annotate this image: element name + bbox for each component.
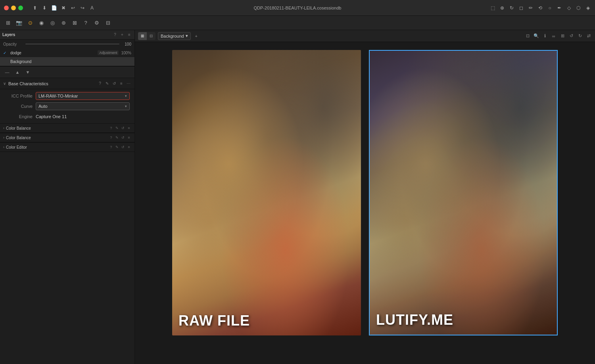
add-view-button[interactable]: + [193,33,200,39]
base-characteristics-panel: ∨ Base Characteristics ? ✎ ↺ ≡ ⋯ ICC Pro… [0,78,134,123]
raw-photo [172,50,361,335]
background-select[interactable]: Background ▾ [158,32,191,40]
batch-icon[interactable]: ⊠ [70,18,79,28]
tool-gradient-icon[interactable]: ◈ [585,5,591,11]
color-icon[interactable]: ◎ [48,18,57,28]
opacity-slider[interactable] [25,44,119,44]
titlebar-right-tools: ⬚ ⊕ ↻ ◻ ✏ ⟲ ○ ✒ ◇ ⬡ ◈ [489,5,591,11]
ce-help-icon[interactable]: ? [109,145,113,149]
tool-brush-icon[interactable]: ✏ [528,5,534,11]
copy-icon[interactable]: ⊞ [559,33,566,39]
minimize-button[interactable] [11,6,16,10]
redo-icon[interactable]: ↪ [79,5,86,11]
ce-list-icon[interactable]: ≡ [127,145,131,149]
adjust-icon[interactable]: ⊙ [25,18,35,28]
layers-header-icons: ? + ≡ [112,33,132,37]
cb2-edit-icon[interactable]: ✎ [115,136,119,140]
mask-icon[interactable]: — [3,68,11,76]
down-icon[interactable]: ▼ [24,68,32,76]
maximize-button[interactable] [18,6,23,10]
tool-stamp-icon[interactable]: ⬡ [575,5,582,11]
ce-edit-icon[interactable]: ✎ [115,145,119,149]
export-icon[interactable]: ⬆ [32,5,38,11]
cb2-list-icon[interactable]: ≡ [127,136,131,140]
fit-icon[interactable]: ⊡ [524,33,531,39]
up-icon[interactable]: ▲ [13,68,21,76]
rotate-left-icon[interactable]: ↺ [568,33,574,39]
help-icon[interactable]: ? [81,18,90,28]
text-icon[interactable]: A [89,5,95,11]
main-layout: Layers ? + ≡ Opacity 100 ✓ dodge Adjustm… [0,30,595,364]
tool-circle-icon[interactable]: ○ [547,5,553,11]
icc-profile-row: ICC Profile LM-RAW-TO-Minkar ▾ [0,91,134,101]
raw-image-label: RAW FILE [178,312,250,329]
traffic-lights [4,6,23,10]
bc-reset-icon[interactable]: ↺ [111,81,117,86]
color-balance-2-header[interactable]: › Color Balance ? ✎ ↺ ≡ [0,133,134,142]
tool-pen-icon[interactable]: ✒ [556,5,562,11]
view-grid-button[interactable]: ⊞ [138,32,147,40]
settings-icon[interactable]: ⚙ [92,18,102,28]
cb1-arrow: › [3,126,4,130]
bc-list-icon[interactable]: ≡ [119,81,124,86]
bc-help-icon[interactable]: ? [97,81,103,86]
rotate-right-icon[interactable]: ↻ [577,33,583,39]
loop-icon[interactable]: ∞ [551,33,557,39]
cb2-reset-icon[interactable]: ↺ [121,136,125,140]
cb1-edit-icon[interactable]: ✎ [115,126,119,130]
bc-more-icon[interactable]: ⋯ [126,81,131,86]
view-single-button[interactable]: ⊟ [147,32,155,40]
layer-dodge-name: dodge [10,51,95,55]
opacity-row: Opacity 100 [0,40,134,48]
bc-edit-icon[interactable]: ✎ [104,81,110,86]
zoom-icon[interactable]: 🔍 [533,33,539,39]
cb1-help-icon[interactable]: ? [109,126,113,130]
close-button[interactable] [4,6,9,10]
panel-collapse-icon: ∨ [3,81,6,86]
curve-select-arrow: ▾ [125,104,127,108]
layer-check-icon: ✓ [3,51,8,55]
layers-title: Layers [2,33,15,37]
titlebar: ⬆ ⬇ 📄 ✖ ↩ ↪ A QDP-20180211-BEAUTY-LEILA.… [0,0,595,16]
capture-icon[interactable]: 📷 [14,18,24,28]
import-icon[interactable]: ⬇ [41,5,48,11]
curve-select[interactable]: Auto ▾ [36,102,130,110]
ce-reset-icon[interactable]: ↺ [121,145,125,149]
tool-rotate-icon[interactable]: ↻ [509,5,515,11]
lutify-image-label: LUTIFY.ME [376,312,453,328]
cb1-list-icon[interactable]: ≡ [127,126,131,130]
tool-mask-icon[interactable]: ◻ [518,5,524,11]
flip-icon[interactable]: ⇄ [585,33,592,39]
color-editor-header[interactable]: › Color Editor ? ✎ ↺ ≡ [0,142,134,152]
cb1-reset-icon[interactable]: ↺ [121,126,125,130]
base-characteristics-header[interactable]: ∨ Base Characteristics ? ✎ ↺ ≡ ⋯ [0,78,134,89]
library-icon[interactable]: ⊞ [3,18,13,28]
tool-heal-icon[interactable]: ⟲ [537,5,543,11]
bg-select-arrow: ▾ [186,33,188,38]
bg-select-label: Background [161,34,184,38]
output-icon[interactable]: ⊛ [59,18,68,28]
tool-select-icon[interactable]: ⬚ [489,5,496,11]
color-balance-1-header[interactable]: › Color Balance ? ✎ ↺ ≡ [0,123,134,133]
engine-row: Engine Capture One 11 [0,111,134,122]
icc-profile-select[interactable]: LM-RAW-TO-Minkar ▾ [36,92,130,100]
layers-menu-icon[interactable]: ≡ [127,33,132,37]
info-icon[interactable]: ℹ [542,33,548,39]
layer-background[interactable]: Background [0,57,134,66]
cb2-help-icon[interactable]: ? [109,136,113,140]
close-doc-icon[interactable]: ✖ [60,5,67,11]
layers-help-icon[interactable]: ? [112,33,118,37]
tool-eraser-icon[interactable]: ◇ [566,5,572,11]
meta-icon[interactable]: ◉ [36,18,46,28]
ce-icons: ? ✎ ↺ ≡ [109,145,131,149]
undo-icon[interactable]: ↩ [70,5,76,11]
workspace-icon[interactable]: ⊟ [103,18,113,28]
engine-label: Engine [5,114,33,119]
new-doc-icon[interactable]: 📄 [51,5,57,11]
icc-profile-label: ICC Profile [5,94,33,98]
layers-add-icon[interactable]: + [119,33,125,37]
layer-dodge[interactable]: ✓ dodge Adjustment 100% [0,48,134,57]
tool-crop-icon[interactable]: ⊕ [499,5,505,11]
canvas-area: RAW FILE LUTIFY.ME [135,42,595,364]
cb2-arrow: › [3,136,4,140]
